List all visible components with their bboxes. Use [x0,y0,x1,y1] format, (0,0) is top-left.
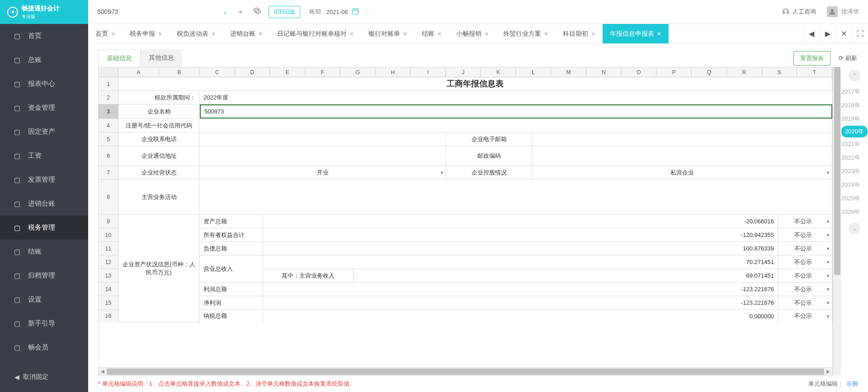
tab-close-all[interactable]: ✕ [835,24,852,43]
nav-item-asset[interactable]: ▢固定资产 [0,120,88,144]
item-value[interactable]: -20.066016 [263,215,778,228]
year-option[interactable]: 2024年 [841,178,868,192]
year-option[interactable]: 2017年 [841,85,868,99]
scroll-right-icon[interactable]: ▶ [824,368,832,375]
tab[interactable]: 税负波动表✕ [170,24,223,43]
period-label-cell[interactable]: 税款所属期间： [118,91,200,104]
tab[interactable]: 税务申报✕ [123,24,170,43]
row-header[interactable]: 6 [99,146,118,165]
nav-item-vip[interactable]: ▢畅会员 [0,335,88,359]
tab[interactable]: 小畅报销✕ [449,24,496,43]
close-icon[interactable]: ✕ [349,31,354,37]
year-option[interactable]: 2018年 [841,99,868,112]
year-scroll-down[interactable]: ⌄ [849,222,860,234]
close-icon[interactable]: ✕ [591,31,595,37]
add-icon[interactable]: ＋ [237,7,244,17]
tab[interactable]: 年报信息申报表✕ [603,24,669,43]
hscroll-thumb[interactable] [107,368,824,375]
holding-label[interactable]: 企业控股情况 [446,166,532,179]
postcode-value[interactable] [532,146,832,165]
period-value-cell[interactable]: 2022年度 [200,91,832,104]
calendar-icon[interactable] [351,7,359,17]
col-header[interactable]: E [270,67,305,77]
refresh-button[interactable]: ⟳ 刷新 [839,54,857,62]
year-option[interactable]: 2020年 [841,126,868,137]
tab-scroll-left[interactable]: ◀ [803,24,819,43]
row-header[interactable]: 7 [99,166,118,179]
reset-report-button[interactable]: 重置报表 [793,51,830,66]
scroll-left-icon[interactable]: ◀ [99,368,107,375]
year-option[interactable]: 2023年 [841,165,868,178]
col-header[interactable]: G [340,67,376,77]
row-header[interactable]: 9 [99,215,118,228]
address-value[interactable] [200,146,446,165]
close-icon[interactable]: ✕ [158,31,162,37]
tab[interactable]: 科目期初✕ [556,24,603,43]
row-header[interactable]: 14 [99,283,118,296]
publish-select[interactable]: 不公示 [778,296,832,309]
address-label[interactable]: 企业通信地址 [118,146,200,165]
support-button[interactable]: 人工咨询 [782,7,816,17]
phone-label[interactable]: 企业联系电话 [118,132,200,146]
close-icon[interactable]: ✕ [111,31,115,37]
item-value[interactable]: 69.071451 [354,269,778,282]
item-label[interactable]: 所有者权益合计 [200,228,263,241]
row-header[interactable]: 16 [99,310,118,322]
close-icon[interactable]: ✕ [403,31,407,37]
year-option[interactable]: 2019年 [841,112,868,126]
status-select[interactable]: 开业 ▾ [200,166,446,179]
item-label[interactable]: 负债总额 [200,242,263,255]
tab-scroll-right[interactable]: ▶ [819,24,835,43]
subtab[interactable]: 基础信息 [98,49,141,67]
row-header[interactable]: 2 [99,91,118,104]
tab[interactable]: 外贸行业方案✕ [496,24,556,43]
col-header[interactable]: P [656,67,692,77]
publish-select[interactable]: 不公示 [778,310,832,322]
company-select[interactable]: 500973 ⌄ [97,8,228,15]
sheet-title[interactable]: 工商年报信息表 [118,77,832,90]
col-header[interactable]: N [586,67,622,77]
close-icon[interactable]: ✕ [437,31,442,37]
tab[interactable]: 银行对账单✕ [361,24,415,43]
subtab[interactable]: 其他信息 [141,49,182,67]
nav-item-chart[interactable]: ▢报表中心 [0,72,88,96]
email-value[interactable] [532,132,832,146]
nav-item-guide[interactable]: ▢新手引导 [0,312,88,335]
company-name-label[interactable]: 企业名称 [118,104,200,118]
item-label[interactable]: 纳税总额 [200,310,263,322]
nav-item-archive[interactable]: ▢归档管理 [0,264,88,288]
row-header[interactable]: 13 [99,269,118,283]
item-value[interactable]: -120.942355 [263,228,778,241]
nav-item-stock[interactable]: ▢进销台账 [0,192,88,216]
fullscreen-icon[interactable]: ⛶ [852,24,868,43]
col-header[interactable]: I [410,67,446,77]
row-header[interactable]: 5 [99,132,118,146]
period-value[interactable]: 2021-06 [326,9,348,15]
row-header[interactable]: 12 [99,255,118,269]
publish-select[interactable]: 不公示 [778,283,832,296]
row-header[interactable]: 1 [99,77,118,90]
gear-icon[interactable] [253,7,261,17]
row-header[interactable]: 10 [99,228,118,242]
col-header[interactable]: A [118,67,159,77]
year-scroll-up[interactable]: ⌃ [849,70,860,81]
sidebar-unpin[interactable]: ◀ 取消固定 [0,364,88,392]
tab[interactable]: 日记账与银行对账单核对✕ [270,24,361,43]
col-header[interactable]: J [446,67,481,77]
nav-item-money[interactable]: ▢资金管理 [0,96,88,120]
col-header[interactable]: S [762,67,797,77]
item-label[interactable]: 资产总额 [200,215,263,228]
publish-select[interactable]: 不公示 [778,228,832,241]
vscroll-thumb[interactable] [834,67,840,275]
company-name-input[interactable]: 500973 [200,104,832,118]
tab[interactable]: 结账✕ [415,24,449,43]
close-icon[interactable]: ✕ [484,31,489,37]
col-header[interactable]: O [622,67,657,77]
row-header[interactable]: 15 [99,296,118,310]
phone-value[interactable] [200,132,446,146]
item-label[interactable]: 净利润 [200,296,263,309]
close-icon[interactable]: ✕ [211,31,216,37]
nav-item-close[interactable]: ▢结账 [0,240,88,264]
reg-code-value[interactable] [200,119,832,132]
col-header[interactable]: M [551,67,586,77]
